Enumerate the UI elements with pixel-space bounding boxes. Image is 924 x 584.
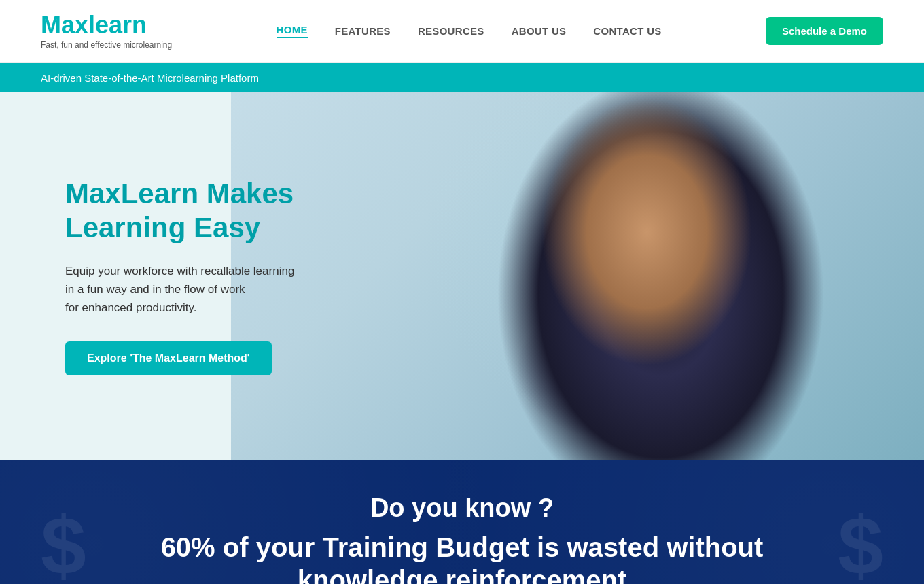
hero-desc-line3: for enhanced productivity. <box>65 301 196 314</box>
stats-stat: 60% of your Training Budget is wasted wi… <box>41 531 883 584</box>
stats-section: Do you know ? 60% of your Training Budge… <box>0 460 924 584</box>
hero-desc-line1: Equip your workforce with recallable lea… <box>65 264 294 277</box>
logo-tagline: Fast, fun and effective microlearning <box>41 40 172 50</box>
nav-about[interactable]: ABOUT US <box>512 25 567 37</box>
explore-method-button[interactable]: Explore 'The MaxLearn Method' <box>65 341 272 375</box>
main-header: Maxlearn Fast, fun and effective microle… <box>0 0 924 63</box>
logo[interactable]: Maxlearn Fast, fun and effective microle… <box>41 13 172 50</box>
stats-line2: knowledge reinforcement <box>41 564 883 584</box>
stats-line1: 60% of your Training Budget is wasted wi… <box>41 531 883 564</box>
banner-text: AI-driven State-of-the-Art Microlearning… <box>41 72 259 84</box>
hero-content: MaxLearn Makes Learning Easy Equip your … <box>0 177 394 375</box>
banner-bar: AI-driven State-of-the-Art Microlearning… <box>0 63 924 92</box>
logo-learn: learn <box>88 11 147 39</box>
nav-contact[interactable]: CONTACT US <box>593 25 661 37</box>
nav-home[interactable]: HOME <box>277 24 308 38</box>
hero-desc-line2: in a fun way and in the flow of work <box>65 283 245 296</box>
schedule-demo-button[interactable]: Schedule a Demo <box>766 17 883 45</box>
main-nav: HOME FEATURES RESOURCES ABOUT US CONTACT… <box>277 24 662 38</box>
nav-resources[interactable]: RESOURCES <box>418 25 484 37</box>
logo-max: Max <box>41 11 88 39</box>
hero-description: Equip your workforce with recallable lea… <box>65 262 394 317</box>
hero-section: MaxLearn Makes Learning Easy Equip your … <box>0 92 924 460</box>
hero-title: MaxLearn Makes Learning Easy <box>65 177 394 245</box>
stats-question: Do you know ? <box>41 494 883 523</box>
logo-text: Maxlearn <box>41 13 172 37</box>
nav-features[interactable]: FEATURES <box>335 25 391 37</box>
